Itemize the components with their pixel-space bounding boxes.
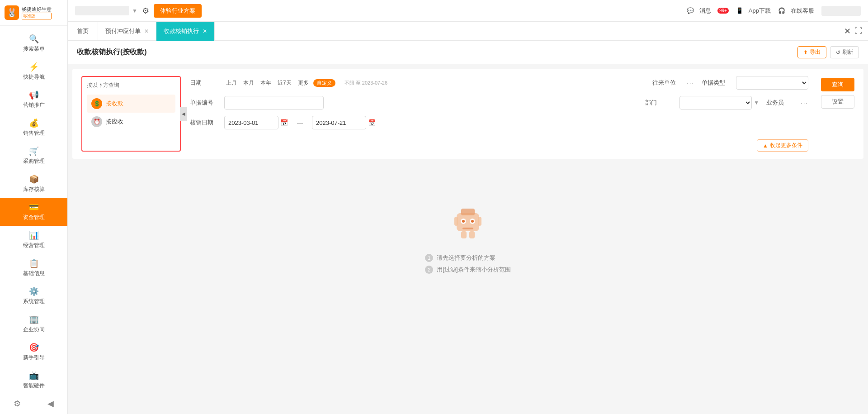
sidebar: 🐰 畅捷通好生意 标准版 🔍 搜索菜单 ⚡ 快捷导航 📢 营销推广 💰 销售管理… [0, 0, 68, 414]
message-area[interactable]: 💬 消息 99+ [687, 7, 729, 15]
header-left: ▼ ⚙ 体验行业方案 [75, 4, 202, 18]
sidebar-item-inventory[interactable]: 📦 库存核算 [0, 170, 67, 198]
top-header: ▼ ⚙ 体验行业方案 💬 消息 99+ 📱 App下载 🎧 在线客服 [68, 0, 868, 22]
export-button[interactable]: ⬆ 导出 [797, 46, 826, 58]
app-download-area[interactable]: 📱 App下载 [736, 7, 771, 15]
app-icon: 📱 [736, 7, 743, 14]
refresh-button[interactable]: ↺ 刷新 [830, 46, 859, 58]
industry-solution-btn[interactable]: 体验行业方案 [154, 4, 202, 18]
settings-button[interactable]: 设置 [821, 95, 854, 109]
sidebar-logo: 🐰 畅捷通好生意 标准版 [0, 0, 67, 26]
date-hint: 不限 至 2023-07-26 [344, 80, 387, 86]
sidebar-item-label: 营销推广 [23, 101, 45, 109]
refresh-label: 刷新 [842, 48, 853, 56]
tab-prepay[interactable]: 预付冲应付单 ✕ [98, 22, 156, 41]
verify-date-end-input[interactable] [312, 116, 366, 129]
dept-label: 部门 [645, 99, 672, 107]
page-title-bar: 收款核销执行(按收款) ⬆ 导出 ↺ 刷新 [68, 41, 868, 64]
logo-text: 畅捷通好生意 [22, 6, 52, 12]
page-body: 收款核销执行(按收款) ⬆ 导出 ↺ 刷新 按以下方查询 💲 按收款 [68, 41, 868, 414]
main-content: ▼ ⚙ 体验行业方案 💬 消息 99+ 📱 App下载 🎧 在线客服 [68, 0, 868, 414]
chevron-down-icon[interactable]: ▼ [132, 8, 137, 14]
date-this-year[interactable]: 本年 [259, 78, 273, 88]
sidebar-item-quick-nav[interactable]: ⚡ 快捷导航 [0, 57, 67, 86]
message-icon: 💬 [687, 7, 694, 14]
dept-select[interactable] [679, 96, 752, 109]
expand-window-btn[interactable]: ⛶ [854, 26, 863, 36]
sidebar-collapse-btn[interactable]: ◀ [47, 399, 54, 409]
query-type-by-receivable[interactable]: ⏰ 按应收 [87, 113, 175, 131]
sidebar-menu: 🔍 搜索菜单 ⚡ 快捷导航 📢 营销推广 💰 销售管理 🛒 采购管理 📦 库存核… [0, 26, 67, 393]
company-placeholder[interactable] [75, 6, 129, 15]
doc-type-label: 单据类型 [702, 79, 729, 87]
sidebar-item-basic-info[interactable]: 📋 基础信息 [0, 254, 67, 282]
message-badge: 99+ [717, 8, 729, 14]
filter-row-3: 核销日期 📅 — 📅 [190, 116, 808, 129]
query-button[interactable]: 查询 [821, 78, 854, 91]
date-last-7-days[interactable]: 近7天 [276, 78, 293, 88]
panel-collapse-btn[interactable]: ◀ [180, 107, 187, 121]
logo-icon: 🐰 [5, 5, 19, 20]
header-gear-icon[interactable]: ⚙ [142, 6, 149, 16]
query-type-by-receipt[interactable]: 💲 按收款 [87, 95, 175, 113]
close-receipts-tab[interactable]: ✕ [203, 28, 207, 34]
empty-state: 1 请先选择要分析的方案 2 用[过滤]条件来缩小分析范围 [72, 163, 863, 310]
sidebar-item-label: 系统管理 [23, 298, 45, 305]
date-this-month[interactable]: 本月 [241, 78, 256, 88]
doc-number-input[interactable] [224, 96, 324, 109]
sidebar-item-enterprise[interactable]: 🏢 企业协同 [0, 310, 67, 338]
verify-date-start-input[interactable] [224, 116, 278, 129]
management-icon: 📊 [29, 230, 39, 240]
sidebar-item-search[interactable]: 🔍 搜索菜单 [0, 29, 67, 57]
sidebar-item-purchase[interactable]: 🛒 采购管理 [0, 142, 67, 170]
svg-rect-6 [462, 228, 473, 229]
sidebar-item-guide[interactable]: 🎯 新手引导 [0, 338, 67, 366]
company-name: ▼ [75, 6, 137, 15]
collapse-more-label: 收起更多条件 [770, 142, 802, 149]
sidebar-item-finance[interactable]: 💳 资金管理 [0, 198, 67, 226]
tab-prepay-label: 预付冲应付单 [105, 27, 141, 35]
doc-type-select[interactable] [736, 76, 808, 90]
sidebar-item-marketing[interactable]: 📢 营销推广 [0, 86, 67, 114]
sales-icon: 💰 [29, 118, 39, 128]
counterpart-input[interactable]: ··· [687, 80, 694, 86]
by-receivable-icon: ⏰ [91, 116, 102, 127]
empty-tip-1: 1 请先选择要分析的方案 [425, 254, 510, 262]
staff-label: 业务员 [766, 99, 793, 107]
sidebar-item-hardware[interactable]: 📺 智能硬件 [0, 366, 67, 393]
date-custom-badge[interactable]: 自定义 [313, 79, 335, 87]
enterprise-icon: 🏢 [29, 314, 39, 324]
collapse-more-btn[interactable]: ▲ 收起更多条件 [757, 139, 808, 152]
sidebar-item-sales[interactable]: 💰 销售管理 [0, 114, 67, 142]
verify-date-end-cal-icon[interactable]: 📅 [368, 119, 376, 126]
date-range-dash: — [297, 119, 303, 126]
close-window-btn[interactable]: ✕ [844, 26, 851, 36]
sidebar-settings-btn[interactable]: ⚙ [14, 399, 21, 409]
filter-form-area: 日期 上月 本月 本年 近7天 更多 自定义 不限 至 2023-07-26 [190, 76, 854, 152]
date-more[interactable]: 更多 [296, 78, 311, 88]
verify-date-start-cal-icon[interactable]: 📅 [280, 119, 288, 126]
svg-rect-1 [461, 209, 475, 215]
filter-area: 按以下方查询 💲 按收款 ⏰ 按应收 ◀ 日期 [72, 69, 863, 159]
sidebar-item-system[interactable]: ⚙️ 系统管理 [0, 282, 67, 310]
sidebar-item-label: 基础信息 [23, 270, 45, 277]
sidebar-item-label: 新手引导 [23, 354, 45, 362]
close-prepay-tab[interactable]: ✕ [144, 28, 149, 34]
sidebar-item-label: 搜索菜单 [23, 45, 45, 53]
tab-home[interactable]: 首页 [68, 22, 98, 41]
empty-tip-2: 2 用[过滤]条件来缩小分析范围 [425, 266, 510, 274]
service-area[interactable]: 🎧 在线客服 [778, 7, 814, 15]
tab-receipts-label: 收款核销执行 [164, 27, 199, 35]
tab-receipts[interactable]: 收款核销执行 ✕ [156, 22, 215, 41]
sidebar-item-management[interactable]: 📊 经营管理 [0, 226, 67, 254]
by-receipt-label: 按收款 [106, 100, 123, 108]
verify-date-start-wrap: 📅 [224, 116, 288, 129]
sidebar-bottom: ⚙ ◀ [0, 393, 67, 414]
date-label: 日期 [190, 79, 217, 87]
sidebar-item-label: 销售管理 [23, 129, 45, 137]
service-icon: 🎧 [778, 7, 785, 14]
user-info[interactable] [821, 6, 861, 16]
staff-input[interactable]: ··· [801, 100, 808, 106]
date-last-month[interactable]: 上月 [224, 78, 239, 88]
tip2-num: 2 [425, 266, 433, 274]
